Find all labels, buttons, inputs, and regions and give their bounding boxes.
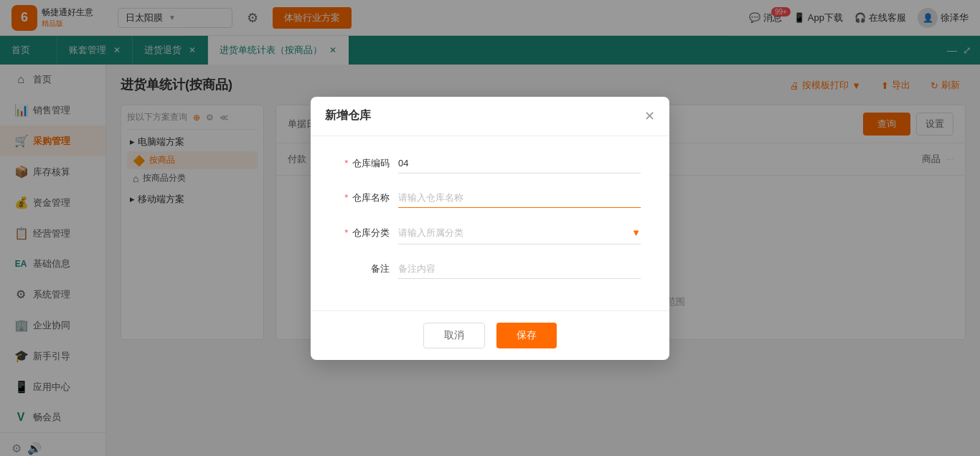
category-label: * 仓库分类 xyxy=(339,227,390,239)
modal-body: * 仓库编码 * 仓库名称 * 仓库分类 请输入所属 xyxy=(311,136,669,310)
add-warehouse-modal: 新增仓库 ✕ * 仓库编码 * 仓库名称 xyxy=(311,97,669,360)
warehouse-name-row: * 仓库名称 xyxy=(339,188,641,208)
code-label: * 仓库编码 xyxy=(339,157,390,170)
warehouse-category-select[interactable]: 请输入所属分类 ▼ xyxy=(398,222,641,244)
modal-header: 新增仓库 ✕ xyxy=(311,97,669,136)
warehouse-code-input[interactable] xyxy=(398,153,641,174)
modal-title: 新增仓库 xyxy=(325,108,371,123)
warehouse-note-input[interactable] xyxy=(398,259,641,279)
warehouse-category-row: * 仓库分类 请输入所属分类 ▼ xyxy=(339,222,641,244)
chevron-down-icon: ▼ xyxy=(631,227,641,238)
name-label: * 仓库名称 xyxy=(339,191,390,204)
warehouse-code-row: * 仓库编码 xyxy=(339,153,641,174)
warehouse-name-input[interactable] xyxy=(398,188,641,208)
save-button[interactable]: 保存 xyxy=(496,323,557,348)
cancel-button[interactable]: 取消 xyxy=(423,323,485,348)
modal-footer: 取消 保存 xyxy=(311,310,669,360)
note-label: 备注 xyxy=(339,262,390,275)
modal-overlay: 新增仓库 ✕ * 仓库编码 * 仓库名称 xyxy=(0,0,980,456)
warehouse-note-row: 备注 xyxy=(339,259,641,279)
modal-close-button[interactable]: ✕ xyxy=(644,108,655,124)
